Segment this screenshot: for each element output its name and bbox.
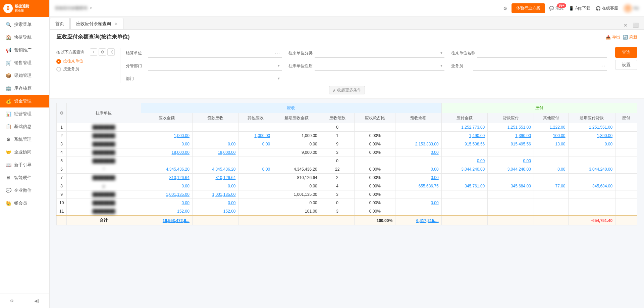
top-header: 应收应付余额查询 ▼ ⚙ 体验行业方案 💬 消息 99+ 📱 App下载 🎧 在… (50, 0, 644, 17)
header-gear-icon[interactable]: ⚙ (503, 6, 507, 11)
app-download-btn[interactable]: 📱 App下载 (569, 5, 590, 11)
industry-btn[interactable]: 体验行业方案 (512, 3, 545, 13)
message-icon: 💬 (549, 6, 554, 11)
filter-mode-by-partner[interactable]: 按往来单位 (56, 58, 115, 64)
refresh-btn[interactable]: 🔄 刷新 (623, 34, 637, 40)
sidebar-item-guide[interactable]: 📖 新手引导 (0, 159, 49, 171)
salesman-input[interactable]: ··· (473, 61, 607, 71)
ar-overdue-header: 超期应收金额 (273, 113, 320, 123)
radio-salesman (56, 67, 61, 72)
collapse-chevron-icon: ∧ (333, 88, 336, 93)
settlement-unit-input[interactable]: ··· (148, 48, 282, 58)
footer-ap-overdue: -654,751.40 (568, 216, 615, 225)
partner-cell: ^ (67, 165, 141, 174)
user-name: Rit (634, 6, 639, 11)
sidebar-item-quick[interactable]: 🏠 快捷导航 (0, 31, 49, 44)
clipboard-icon: 📋 (5, 124, 11, 129)
app-edition: 标准版 (15, 9, 30, 13)
filter-settlement-unit: 结算单位 ··· (126, 48, 282, 58)
sidebar-settings-btn[interactable]: ⚙ (7, 297, 17, 305)
tab-ar-ap[interactable]: 应收应付余额查询 ✕ (70, 18, 123, 29)
partner-cell: ████████ (67, 148, 141, 157)
sidebar-item-finance[interactable]: 💰 资金管理 (0, 95, 49, 107)
sidebar-item-inventory[interactable]: 🏢 库存核算 (0, 82, 49, 95)
table-settings-icon[interactable]: ⚙ (60, 111, 64, 116)
sidebar-item-marketing[interactable]: 📢 营销推广 (0, 44, 49, 56)
customer-service-btn[interactable]: 🎧 在线客服 (596, 5, 618, 11)
message-btn[interactable]: 💬 消息 99+ (549, 5, 564, 11)
ar-ratio-header: 应收款占比 (355, 113, 395, 123)
partner-category-input[interactable]: ▼ (315, 48, 444, 58)
query-btn[interactable]: 查询 (615, 47, 637, 58)
partner-cell: ████████ (67, 157, 141, 165)
ar-prepay-header: 预收余额 (395, 113, 442, 123)
sidebar-nav: 🔍 搜索菜单 🏠 快捷导航 📢 营销推广 🛒 销售管理 📦 采购管理 🏢 库存核… (0, 17, 49, 294)
dept-head-chevron: ▼ (277, 64, 280, 68)
footer-ar-prepay[interactable]: 6,417,215.... (395, 216, 442, 225)
table-row: 8p0.000.000.0040.00%655,636.75345,761.00… (57, 182, 637, 190)
sidebar-item-wechat[interactable]: 💬 企业微信 (0, 184, 49, 197)
megaphone-icon: 📢 (5, 47, 11, 53)
filter-icons: + ⚙ 《 (90, 48, 115, 56)
user-menu[interactable]: R Rit (624, 4, 639, 13)
payable-group-header: 应付 (441, 103, 637, 113)
table-row: 7████████810,126.64810,126.64810,126.642… (57, 174, 637, 182)
filter-settings-btn[interactable]: ⚙ (99, 48, 106, 56)
partner-nature-label: 往来单位性质 (288, 63, 313, 69)
sidebar-item-basic[interactable]: 📋 基础信息 (0, 120, 49, 133)
partner-nature-input[interactable]: ▼ (315, 61, 444, 71)
ar-amount-header: 应收金额 (141, 113, 192, 123)
book-icon: 📖 (5, 162, 11, 168)
building-icon: 🏢 (5, 86, 11, 91)
partner-cell: ████████ (67, 132, 141, 140)
sidebar-item-sales[interactable]: 🛒 销售管理 (0, 56, 49, 69)
page-header: 应收应付余额查询(按往来单位) 📤 导出 🔄 刷新 (50, 30, 644, 44)
collapse-bar: ∧ 收起更多条件 (56, 86, 637, 94)
ap-extra-header: 应付 (615, 113, 637, 123)
sidebar-item-management[interactable]: 📊 经营管理 (0, 107, 49, 120)
sidebar-item-purchase[interactable]: 📦 采购管理 (0, 69, 49, 82)
sidebar-item-hardware[interactable]: 🖥 智能硬件 (0, 171, 49, 184)
filter-mode-by-salesman[interactable]: 按业务员 (56, 66, 115, 72)
app-name: 畅捷通财 (15, 4, 30, 9)
sidebar-footer: ⚙ ◀‖ (0, 294, 49, 308)
filter-dept-head: 分管部门 ▼ (126, 61, 282, 71)
filter-collapse-btn[interactable]: 《 (107, 48, 115, 56)
ap-overdue-header: 超期应付贷款 (568, 113, 615, 123)
table-row: 6^4,345,436.204,345,436.200.004,345,436.… (57, 165, 637, 174)
ar-count-header: 应收笔数 (320, 113, 355, 123)
partner-cell: ████████ (67, 207, 141, 216)
ap-amount-header: 应付金额 (441, 113, 488, 123)
header-right: 💬 消息 99+ 📱 App下载 🎧 在线客服 R Rit (549, 4, 639, 13)
filter-setting-btn[interactable]: 设置 (615, 60, 637, 70)
tab-home[interactable]: 首页 (50, 18, 70, 29)
table-row: 2████████1,000.001,000.001,000.0010.00%1… (57, 132, 637, 140)
collapse-more-btn[interactable]: ∧ 收起更多条件 (329, 86, 365, 94)
sidebar-collapse-btn[interactable]: ◀‖ (31, 297, 43, 305)
dept-input[interactable]: ▼ (148, 74, 282, 83)
sidebar-item-collab[interactable]: 🤝 企业协同 (0, 146, 49, 159)
sidebar-item-search[interactable]: 🔍 搜索菜单 (0, 18, 49, 31)
tab-maximize-btn[interactable]: ⬜ (632, 21, 640, 29)
sidebar-item-member[interactable]: 👑 畅会员 (0, 197, 49, 210)
filter-add-btn[interactable]: + (90, 48, 97, 56)
export-icon: 📤 (606, 35, 611, 40)
receivable-group-header: 应收 (141, 103, 441, 113)
handshake-icon: 🤝 (5, 149, 11, 155)
partner-name-label: 往来单位名称 (451, 50, 475, 56)
partner-cell: ████████ (67, 123, 141, 132)
tab-close-window-btn[interactable]: ✕ (622, 21, 629, 29)
export-btn[interactable]: 📤 导出 (606, 34, 620, 40)
collapse-icon: ◀‖ (34, 299, 39, 303)
sidebar-item-system[interactable]: ⚙ 系统管理 (0, 133, 49, 146)
partner-name-input[interactable] (477, 48, 607, 58)
table-row: 11████████152.00152.00101.0030.00% (57, 207, 637, 216)
table-settings-header[interactable]: ⚙ (57, 103, 67, 123)
dept-head-input[interactable]: ▼ (148, 61, 282, 71)
tab-close-icon[interactable]: ✕ (114, 21, 118, 26)
table-row: 4████████18,000.0018,000.009,000.0030.00… (57, 148, 637, 157)
chat-icon: 💬 (5, 188, 11, 193)
partner-col-header: 往来单位 (67, 103, 141, 123)
footer-ar-total[interactable]: 19,553,472,6... (141, 216, 192, 225)
sidebar: 6 畅捷通财 标准版 🔍 搜索菜单 🏠 快捷导航 📢 营销推广 🛒 销售管理 📦… (0, 0, 50, 308)
